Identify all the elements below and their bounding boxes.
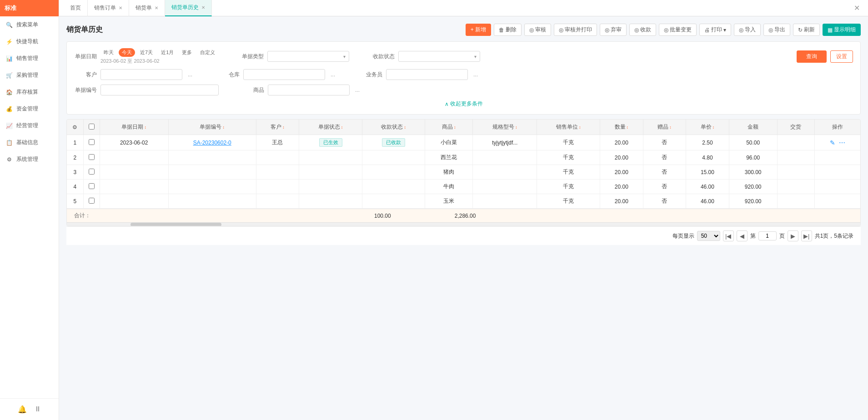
select-all-checkbox[interactable] <box>89 124 95 130</box>
col-goods[interactable]: 商品↕ <box>425 120 473 135</box>
goods-ellipsis[interactable]: ... <box>353 87 361 93</box>
tab-close-sales-history[interactable]: ✕ <box>201 5 205 10</box>
cell-checkbox[interactable] <box>83 165 100 180</box>
tab-close-sales-goods[interactable]: ✕ <box>155 5 158 10</box>
sidebar-item-search-menu[interactable]: 🔍 搜索菜单 <box>0 16 59 33</box>
cell-checkbox[interactable] <box>83 194 100 209</box>
cell-action[interactable] <box>815 150 860 165</box>
row-checkbox[interactable] <box>89 198 95 204</box>
col-gift[interactable]: 赠品↕ <box>643 120 686 135</box>
audit-button[interactable]: ◎ 审核 <box>524 24 551 36</box>
tab-sales-order[interactable]: 销售订单 ✕ <box>88 0 129 16</box>
collapse-filter-btn[interactable]: ∧ 收起更多条件 <box>74 100 853 108</box>
pause-icon[interactable]: ⏸ <box>34 405 41 414</box>
edit-icon[interactable]: ✎ <box>830 139 835 146</box>
col-checkbox[interactable] <box>83 120 100 135</box>
cell-action[interactable] <box>815 194 860 209</box>
cell-price: 46.00 <box>686 180 729 194</box>
date-1month-btn[interactable]: 近1月 <box>158 48 177 57</box>
cell-doc-no[interactable] <box>168 180 256 194</box>
refresh-button[interactable]: ↻ 刷新 <box>793 24 820 36</box>
doc-no-input[interactable] <box>100 85 219 95</box>
date-custom-btn[interactable]: 自定义 <box>197 48 218 57</box>
col-customer[interactable]: 客户↕ <box>256 120 299 135</box>
cell-doc-no[interactable]: SA-20230602-0 <box>168 135 256 150</box>
sidebar-item-finance[interactable]: 💰 资金管理 <box>0 100 59 117</box>
row-checkbox[interactable] <box>89 169 95 175</box>
delete-button[interactable]: 🗑 删除 <box>494 24 522 36</box>
new-button[interactable]: + 新增 <box>466 24 491 36</box>
date-more-btn[interactable]: 更多 <box>179 48 195 57</box>
export-button[interactable]: ◎ 导出 <box>763 24 790 36</box>
customer-input[interactable] <box>100 69 182 80</box>
page-first-btn[interactable]: |◀ <box>723 230 734 241</box>
cell-checkbox[interactable] <box>83 135 100 150</box>
sidebar-item-operations[interactable]: 📈 经营管理 <box>0 117 59 134</box>
cell-action[interactable] <box>815 180 860 194</box>
col-price[interactable]: 单价↕ <box>686 120 729 135</box>
sidebar-item-purchase-mgmt[interactable]: 🛒 采购管理 <box>0 67 59 84</box>
abandon-button[interactable]: ◎ 弃审 <box>600 24 627 36</box>
cell-checkbox[interactable] <box>83 150 100 165</box>
filter-section: 单据日期 昨天 今天 近7天 近1月 更多 自定义 2023-06-02 至 2… <box>66 41 861 115</box>
sidebar-item-sales-mgmt[interactable]: 📊 销售管理 <box>0 50 59 67</box>
doc-type-select[interactable] <box>267 51 349 62</box>
row-checkbox[interactable] <box>89 183 95 189</box>
date-today-btn[interactable]: 今天 <box>119 48 135 57</box>
cell-checkbox[interactable] <box>83 180 100 194</box>
sidebar-item-quick-nav[interactable]: ⚡ 快捷导航 <box>0 33 59 50</box>
col-collect-status[interactable]: 收款状态↕ <box>362 120 425 135</box>
per-page-select[interactable]: 50 100 200 <box>697 231 720 241</box>
col-qty[interactable]: 数量↕ <box>600 120 643 135</box>
page-next-btn[interactable]: ▶ <box>788 230 798 241</box>
query-button[interactable]: 查询 <box>797 50 827 63</box>
row-checkbox[interactable] <box>89 139 95 145</box>
col-date[interactable]: 单据日期↕ <box>100 120 168 135</box>
print-button[interactable]: 🖨 打印 ▾ <box>699 24 731 36</box>
tab-sales-history[interactable]: 销货单历史 ✕ <box>165 0 212 16</box>
scroll-thumb[interactable] <box>130 223 221 226</box>
cell-action[interactable] <box>815 165 860 180</box>
tab-sales-goods[interactable]: 销货单 ✕ <box>129 0 165 16</box>
cell-date: 2023-06-02 <box>100 135 168 150</box>
date-yesterday-btn[interactable]: 昨天 <box>100 48 117 57</box>
col-gear[interactable]: ⚙ <box>67 120 83 135</box>
page-last-btn[interactable]: ▶| <box>801 230 812 241</box>
col-spec[interactable]: 规格型号↕ <box>473 120 537 135</box>
salesperson-ellipsis[interactable]: ... <box>472 71 480 78</box>
more-icon[interactable]: ⋯ <box>839 139 845 146</box>
import-button[interactable]: ◎ 导入 <box>734 24 761 36</box>
col-doc-status[interactable]: 单据状态↕ <box>299 120 362 135</box>
cell-doc-no[interactable] <box>168 194 256 209</box>
tab-close-sales-order[interactable]: ✕ <box>119 5 122 10</box>
row-checkbox[interactable] <box>89 154 95 160</box>
doc-no-link[interactable]: SA-20230602-0 <box>193 140 231 146</box>
sidebar-item-basic-info[interactable]: 📋 基础信息 <box>0 134 59 151</box>
page-prev-btn[interactable]: ◀ <box>737 230 748 241</box>
cell-amount: 300.00 <box>729 165 777 180</box>
customer-ellipsis[interactable]: ... <box>186 71 194 78</box>
col-unit[interactable]: 销售单位↕ <box>537 120 600 135</box>
warehouse-ellipsis[interactable]: ... <box>329 71 337 78</box>
goods-input[interactable] <box>268 85 350 95</box>
scroll-track[interactable] <box>67 222 860 226</box>
tab-bar-close-btn[interactable]: ✕ <box>850 4 863 12</box>
page-input[interactable] <box>758 231 777 240</box>
sidebar-item-inventory[interactable]: 🏠 库存核算 <box>0 84 59 100</box>
salesperson-input[interactable] <box>386 69 468 80</box>
show-detail-button[interactable]: ▦ 显示明细 <box>823 24 861 36</box>
settings-button[interactable]: 设置 <box>830 50 853 63</box>
cell-doc-no[interactable] <box>168 165 256 180</box>
collect-button[interactable]: ◎ 收款 <box>629 24 656 36</box>
warehouse-input[interactable] <box>243 69 325 80</box>
cell-action[interactable]: ✎⋯ <box>815 135 860 150</box>
batch-change-button[interactable]: ◎ 批量变更 <box>659 24 697 36</box>
audit-print-button[interactable]: ◎ 审核并打印 <box>554 24 597 36</box>
date-7days-btn[interactable]: 近7天 <box>137 48 156 57</box>
notification-icon[interactable]: 🔔 <box>18 405 27 414</box>
tab-home[interactable]: 首页 <box>64 0 88 16</box>
col-doc-no[interactable]: 单据编号↕ <box>168 120 256 135</box>
sidebar-item-system-mgmt[interactable]: ⚙ 系统管理 <box>0 151 59 168</box>
collect-status-select[interactable] <box>398 51 480 62</box>
cell-doc-no[interactable] <box>168 150 256 165</box>
